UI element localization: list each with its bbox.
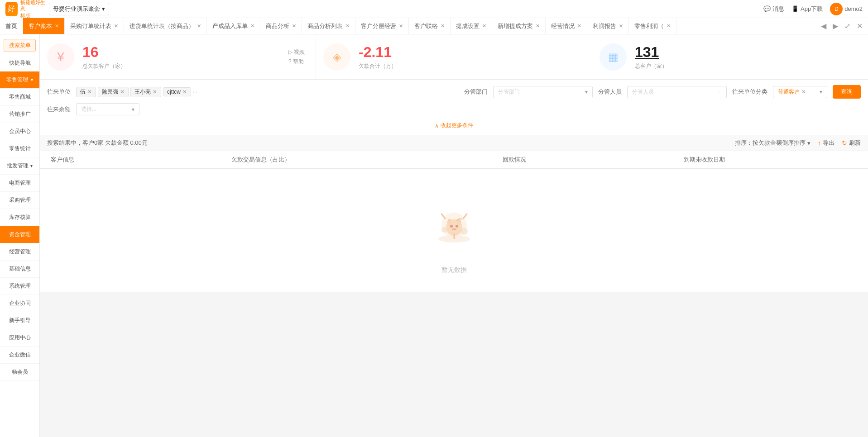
nav-next-button[interactable]: ▶: [831, 21, 840, 31]
store-selector[interactable]: 母婴行业演示账套 ▾: [49, 3, 109, 15]
empty-text: 暂无数据: [441, 266, 467, 274]
sidebar-item-app-center[interactable]: 应用中心: [0, 329, 39, 347]
close-icon[interactable]: ✕: [114, 23, 118, 29]
stat-icon-amount: ◈: [323, 43, 350, 71]
filter-label-unit: 往来单位: [47, 88, 71, 96]
home-tab-label: 首页: [5, 22, 17, 30]
sidebar-item-operations[interactable]: 经营管理: [0, 243, 39, 261]
sidebar-item-quick-nav[interactable]: 快捷导航: [0, 55, 39, 71]
filter-tag-close-unit-0[interactable]: ✕: [87, 89, 92, 95]
download-icon: 📱: [791, 5, 799, 12]
filter-person-select[interactable]: 分管人员 ···: [627, 86, 727, 98]
chevron-down-icon: ▾: [585, 89, 588, 95]
empty-state: 暂无数据: [40, 169, 868, 292]
nav-prev-button[interactable]: ◀: [819, 21, 828, 31]
close-icon[interactable]: ✕: [250, 23, 254, 29]
tab-new-achievement[interactable]: 新增提成方案 ✕: [492, 18, 546, 34]
filter-tag-unit-3: cjttcw ✕: [163, 87, 191, 96]
filter-tag-unit-0: 伍 ✕: [76, 87, 96, 97]
sidebar-item-member[interactable]: 会员中心: [0, 123, 39, 140]
main-layout: 搜索菜单 快捷导航 零售管理 ▾ 零售商城 营销推广 会员中心 零售统计 批发管…: [0, 34, 868, 437]
filter-tag-close-unit-3[interactable]: ✕: [182, 89, 187, 95]
filter-balance-select[interactable]: 选择... ▾: [76, 103, 139, 115]
tab-promotion-settings[interactable]: 提成设置 ✕: [451, 18, 492, 34]
sidebar-item-enterprise-wechat[interactable]: 企业微信: [0, 347, 39, 364]
sidebar-item-finance[interactable]: 资金管理: [0, 226, 39, 243]
tab-inbound-stats[interactable]: 进货单统计表（按商品） ✕: [124, 18, 207, 34]
tab-label: 经营情况: [551, 22, 575, 30]
close-icon[interactable]: ✕: [345, 23, 350, 29]
tab-label: 商品分析列表: [307, 22, 343, 30]
tab-retail-profit[interactable]: 零售利润（ ✕: [629, 18, 676, 34]
sidebar-item-enterprise[interactable]: 企业协同: [0, 295, 39, 312]
search-button[interactable]: 查询: [833, 85, 861, 99]
close-icon[interactable]: ✕: [197, 23, 201, 29]
filter-tag-close-unit-class[interactable]: ✕: [801, 89, 806, 95]
close-icon[interactable]: ✕: [577, 23, 581, 29]
tab-product-analysis-list[interactable]: 商品分析列表 ✕: [302, 18, 355, 34]
sidebar-item-retail[interactable]: 零售管理 ▾: [0, 71, 39, 89]
tab-home[interactable]: 首页: [0, 18, 23, 34]
sidebar-item-ecommerce[interactable]: 电商管理: [0, 175, 39, 192]
stat-card-right: ▷ 视频 ? 帮助: [288, 48, 305, 66]
tab-customer-tier[interactable]: 客户分层经营 ✕: [355, 18, 409, 34]
filter-unit-class-select[interactable]: 普通客户 ✕ ▾: [773, 86, 827, 98]
tab-cost-inbound[interactable]: 产成品入库单 ✕: [207, 18, 260, 34]
sort-label: 排序：按欠款金额倒序排序: [735, 139, 806, 147]
sidebar: 搜索菜单 快捷导航 零售管理 ▾ 零售商城 营销推广 会员中心 零售统计 批发管…: [0, 34, 40, 437]
refresh-button[interactable]: ↻ 刷新: [842, 139, 861, 147]
table-col-customer-info: 客户信息: [47, 156, 228, 164]
sidebar-item-member-plus[interactable]: 畅会员: [0, 364, 39, 381]
data-table: 客户信息 欠款交易信息（占比） 回款情况 到期未收款日期: [40, 151, 868, 292]
sidebar-item-marketing[interactable]: 营销推广: [0, 106, 39, 123]
stat-card-credit-customers: ¥ 16 总欠款客户（家） ▷ 视频 ? 帮助: [40, 34, 316, 79]
message-button[interactable]: 💬 消息: [763, 5, 784, 13]
tab-product-analysis[interactable]: 商品分析 ✕: [260, 18, 302, 34]
close-icon[interactable]: ✕: [619, 23, 623, 29]
sidebar-item-wholesale[interactable]: 批发管理 ▾: [0, 157, 39, 175]
collapse-filter-button[interactable]: ∧ 收起更多条件: [47, 120, 861, 133]
results-summary: 搜索结果中，客户0家 欠款金额 0.00元: [47, 139, 148, 147]
help-button[interactable]: ? 帮助: [288, 58, 305, 66]
nav-close-all-button[interactable]: ✕: [855, 21, 864, 31]
sort-select[interactable]: 排序：按欠款金额倒序排序 ▾: [735, 139, 810, 147]
export-button[interactable]: ↑ 导出: [818, 139, 834, 147]
close-icon[interactable]: ✕: [536, 23, 540, 29]
filter-tag-close-unit-1[interactable]: ✕: [120, 89, 125, 95]
tab-profit-report[interactable]: 利润报告 ✕: [587, 18, 629, 34]
svg-line-9: [463, 214, 467, 218]
user-avatar-initial: D: [834, 6, 839, 12]
close-icon[interactable]: ✕: [441, 23, 445, 29]
stat-value-credit-customers: 16: [82, 43, 126, 61]
filter-tag-more[interactable]: ···: [193, 89, 197, 95]
close-icon[interactable]: ✕: [399, 23, 403, 29]
tab-purchase-order[interactable]: 采购订单统计表 ✕: [65, 18, 124, 34]
sidebar-item-newbie[interactable]: 新手引导: [0, 312, 39, 329]
table-col-credit-info: 欠款交易信息（占比）: [228, 156, 499, 164]
filter-tag-close-unit-2[interactable]: ✕: [153, 89, 157, 95]
nav-tabs-end: ◀ ▶ ⤢ ✕: [815, 21, 868, 31]
sidebar-item-purchase[interactable]: 采购管理: [0, 192, 39, 209]
sidebar-item-inventory[interactable]: 库存核算: [0, 209, 39, 226]
user-menu[interactable]: D demo2: [830, 3, 863, 15]
nav-expand-button[interactable]: ⤢: [843, 21, 852, 31]
close-icon[interactable]: ✕: [55, 23, 59, 29]
empty-icon-svg: [432, 205, 477, 250]
sidebar-item-system[interactable]: 系统管理: [0, 278, 39, 295]
sidebar-item-retail-stats[interactable]: 零售统计: [0, 140, 39, 157]
close-icon[interactable]: ✕: [482, 23, 486, 29]
close-icon[interactable]: ✕: [667, 23, 671, 29]
tab-customer-contact[interactable]: 客户联络 ✕: [409, 18, 451, 34]
sidebar-item-retail-mall[interactable]: 零售商城: [0, 89, 39, 106]
video-button[interactable]: ▷ 视频: [288, 48, 305, 56]
filter-dept-select[interactable]: 分管部门 ▾: [493, 86, 593, 98]
app-download-button[interactable]: 📱 App下载: [791, 5, 823, 13]
tab-customer-account[interactable]: 客户账本 ✕: [23, 18, 65, 34]
close-icon[interactable]: ✕: [292, 23, 296, 29]
filter-row-unit: 往来单位 伍 ✕ 陈民强 ✕ 王小亮 ✕ cjttcw: [47, 85, 861, 99]
search-menu-button[interactable]: 搜索菜单: [4, 39, 36, 52]
tab-business-status[interactable]: 经营情况 ✕: [546, 18, 587, 34]
sidebar-item-basic-info[interactable]: 基础信息: [0, 261, 39, 278]
tab-label: 新增提成方案: [498, 22, 533, 30]
tab-label: 客户分层经营: [361, 22, 396, 30]
